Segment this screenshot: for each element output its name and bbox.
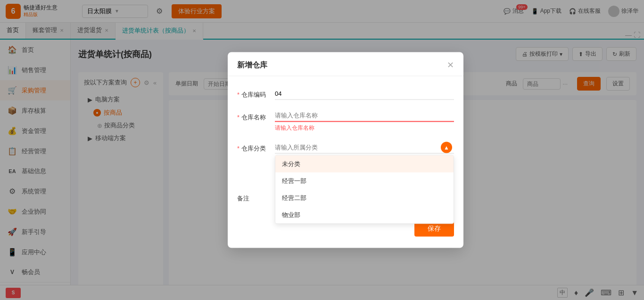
category-input[interactable] (275, 142, 454, 154)
dropdown-item-dept1[interactable]: 经营一部 (275, 172, 454, 189)
category-arrow-button[interactable]: ▲ (441, 142, 452, 153)
name-label: 仓库名称 (237, 110, 275, 121)
modal-close-button[interactable]: ✕ (447, 60, 454, 70)
modal-header: 新增仓库 ✕ (228, 52, 463, 76)
dropdown-item-dept2[interactable]: 经营二部 (275, 189, 454, 206)
category-label: 仓库分类 (237, 142, 275, 153)
category-input-wrap: ▲ (275, 142, 454, 154)
category-row: 仓库分类 ▲ 未分类 经营一部 经营二部 物业部 (237, 142, 454, 154)
code-label: 仓库编码 (237, 88, 275, 99)
name-input[interactable] (275, 109, 454, 122)
name-error-msg: 请输入仓库名称 (275, 124, 314, 132)
modal-body: 仓库编码 仓库名称 请输入仓库名称 仓库分类 ▲ 未分类 经营一部 经 (228, 76, 463, 204)
code-input[interactable] (275, 88, 454, 100)
notes-label: 备注 (237, 192, 275, 203)
dropdown-item-unclassified[interactable]: 未分类 (275, 155, 454, 172)
category-dropdown: 未分类 经营一部 经营二部 物业部 (275, 155, 454, 224)
name-row: 仓库名称 请输入仓库名称 (237, 109, 454, 132)
code-row: 仓库编码 (237, 88, 454, 100)
modal-title: 新增仓库 (237, 60, 267, 70)
dropdown-item-dept3[interactable]: 物业部 (275, 206, 454, 223)
new-warehouse-modal: 新增仓库 ✕ 仓库编码 仓库名称 请输入仓库名称 仓库分类 ▲ (228, 52, 463, 248)
